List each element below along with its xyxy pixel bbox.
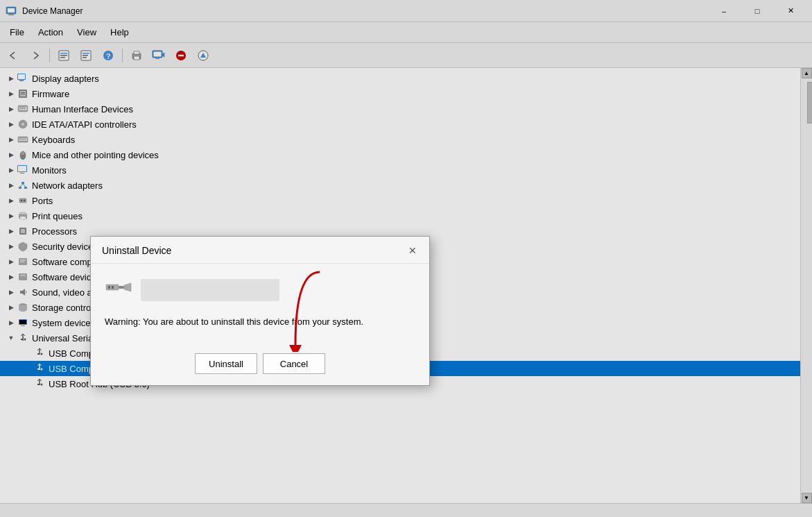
dialog-warning-text: Warning: You are about to uninstall this… — [105, 316, 415, 328]
uninstall-button[interactable]: Uninstall — [195, 353, 257, 374]
uninstall-dialog: Uninstall Device ✕ Warning: You are abou… — [90, 236, 430, 386]
dialog-title: Uninstall Device — [102, 245, 171, 256]
svg-rect-86 — [108, 286, 110, 289]
svg-rect-87 — [112, 286, 114, 289]
dialog-footer: Uninstall Cancel — [91, 345, 429, 385]
dialog-body: Warning: You are about to uninstall this… — [91, 264, 429, 345]
cancel-button[interactable]: Cancel — [263, 353, 325, 374]
dialog-titlebar: Uninstall Device ✕ — [91, 237, 429, 264]
svg-rect-85 — [119, 286, 124, 289]
dialog-device-name-blur — [141, 279, 279, 301]
dialog-device-icon — [105, 275, 132, 305]
dialog-device-row — [105, 275, 415, 305]
dialog-close-button[interactable]: ✕ — [404, 242, 421, 259]
